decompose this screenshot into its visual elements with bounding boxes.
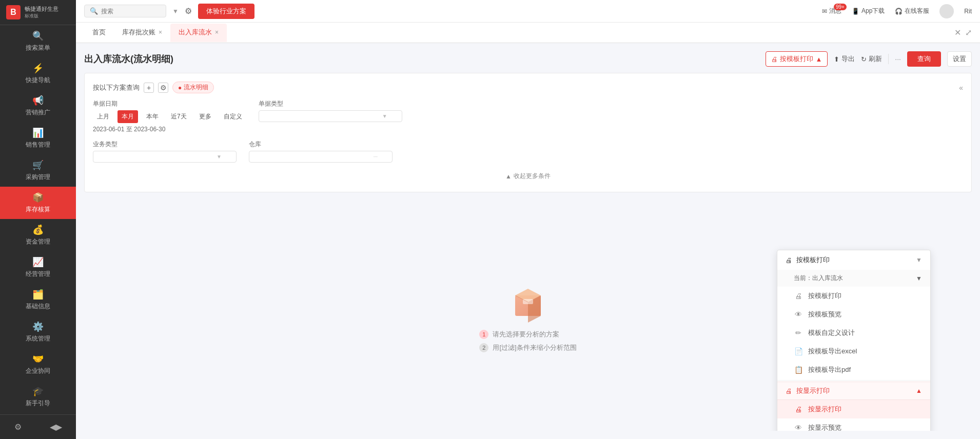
template-print-section-header[interactable]: 🖨 按模板打印 ▼	[777, 250, 930, 270]
sidebar-item-sales[interactable]: 📊 销售管理	[0, 122, 76, 154]
date-filter-field: 单据日期 上月 本月 本年 近7天 更多 自定义 2023-06-01 至 20…	[93, 99, 246, 134]
filter-tag-label: 流水明细	[184, 83, 208, 92]
tab-close-batch[interactable]: ×	[159, 29, 162, 36]
refresh-button[interactable]: ↻ 刷新	[861, 54, 882, 64]
filter-active-tag[interactable]: ● 流水明细	[172, 82, 214, 93]
date-filter-group: 上月 本月 本年 近7天 更多 自定义	[93, 110, 246, 123]
sidebar-item-operations[interactable]: 📈 经营管理	[0, 251, 76, 284]
sidebar-icon-system: ⚙️	[32, 321, 44, 332]
tab-close-window-icon[interactable]: ✕	[954, 28, 961, 37]
warehouse-filter-field: 仓库 ···	[249, 140, 393, 163]
tab-expand-icon[interactable]: ⤢	[965, 28, 972, 37]
dropdown-item-template-excel[interactable]: 📄 按模板导出excel	[777, 342, 930, 361]
sidebar-item-finance[interactable]: 💰 资金管理	[0, 219, 76, 251]
date-btn-this-year[interactable]: 本年	[142, 110, 163, 123]
more-options-icon[interactable]: ···	[895, 55, 901, 63]
section2-toggle-icon[interactable]: ▲	[916, 387, 922, 394]
empty-step-1-text: 请先选择要分析的方案	[493, 330, 559, 339]
current-indicator: 当前：出入库流水 ▼	[777, 270, 930, 287]
tab-flow[interactable]: 出入库流水×	[170, 24, 227, 42]
sidebar-icon-quicknav: ⚡	[32, 63, 44, 74]
warehouse-select[interactable]: ···	[249, 151, 393, 163]
topbar-chevron-icon[interactable]: ▼	[172, 8, 179, 15]
doc-type-chevron-icon: ▼	[382, 113, 387, 119]
user-avatar[interactable]	[939, 4, 954, 18]
print-section-icon: 🖨	[786, 256, 792, 264]
sidebar-item-purchase[interactable]: 🛒 采购管理	[0, 154, 76, 187]
topbar-app-label: App下载	[861, 7, 885, 15]
biz-type-label: 业务类型	[93, 140, 237, 149]
template-print-button[interactable]: 🖨 按模板打印 ▲	[766, 51, 828, 67]
content-area: 1 请先选择要分析的方案 2 用[过滤]条件来缩小分析范围	[84, 198, 972, 431]
date-btn-this-month[interactable]: 本月	[117, 110, 138, 123]
sidebar-item-guide[interactable]: 🎓 新手引导	[0, 381, 76, 413]
page-action-bar: 🖨 按模板打印 ▲ ⬆ 导出 ↻ 刷新 ···	[766, 51, 972, 67]
tab-home[interactable]: 首页	[84, 24, 114, 42]
tab-close-flow[interactable]: ×	[215, 29, 219, 36]
topbar-username[interactable]: Rit	[964, 8, 972, 15]
filter-add-button[interactable]: +	[144, 83, 154, 93]
filter-collapse-label: 收起更多条件	[514, 172, 551, 181]
topbar-app-download[interactable]: 📱 App下载	[852, 7, 885, 15]
settings-button[interactable]: 设置	[947, 51, 972, 67]
sidebar-icon-purchase: 🛒	[32, 159, 44, 171]
trial-button[interactable]: 体验行业方案	[198, 4, 254, 19]
tab-label-flow: 出入库流水	[179, 28, 212, 37]
template-excel-item-label: 按模板导出excel	[808, 347, 857, 356]
template-print-label: 按模板打印	[780, 54, 813, 64]
empty-step-1: 1 请先选择要分析的方案	[479, 330, 576, 339]
date-btn-last-month[interactable]: 上月	[93, 110, 113, 123]
display-section-icon: 🖨	[786, 387, 792, 395]
sidebar-icon-inventory: 📦	[32, 192, 44, 203]
sidebar-item-inventory[interactable]: 📦 库存核算	[0, 187, 76, 219]
date-btn-custom[interactable]: 自定义	[220, 110, 246, 123]
empty-state-icon	[505, 277, 551, 324]
sidebar-logo: B 畅捷通好生意 标准版	[0, 0, 76, 25]
dropdown-item-template-pdf[interactable]: 📋 按模板导出pdf	[777, 361, 930, 379]
sidebar-collapse-icon[interactable]: ◀▶	[48, 420, 64, 434]
sidebar-item-basic[interactable]: 🗂️ 基础信息	[0, 284, 76, 316]
dropdown-item-display-print[interactable]: 🖨 按显示打印	[777, 400, 930, 418]
warehouse-chevron-icon: ···	[374, 154, 378, 159]
tab-batch[interactable]: 库存批次账×	[114, 24, 170, 42]
display-print-section-header[interactable]: 🖨 按显示打印 ▲	[777, 382, 930, 400]
dropdown-item-template-print[interactable]: 🖨 按模板打印	[777, 287, 930, 305]
doc-type-filter-field: 单据类型 ▼	[259, 99, 402, 122]
template-preview-item-label: 按模板预览	[808, 310, 841, 319]
topbar-gear-icon[interactable]: ⚙	[185, 6, 192, 16]
sidebar-label-collab: 企业协同	[26, 367, 50, 375]
sidebar-item-search[interactable]: 🔍 搜索菜单	[0, 25, 76, 57]
search-input[interactable]	[101, 8, 152, 15]
section1-chevron-icon: ▼	[916, 256, 922, 264]
empty-step-2: 2 用[过滤]条件来缩小分析范围	[479, 343, 576, 352]
service-icon: 🎧	[895, 8, 903, 15]
sidebar-item-quicknav[interactable]: ⚡ 快捷导航	[0, 57, 76, 90]
doc-type-select[interactable]: ▼	[259, 110, 402, 122]
sidebar-item-system[interactable]: ⚙️ 系统管理	[0, 316, 76, 348]
app-download-icon: 📱	[852, 8, 859, 15]
topbar-online-service[interactable]: 🎧 在线客服	[895, 7, 929, 15]
display-print-section-label-group: 🖨 按显示打印	[786, 386, 830, 395]
query-button[interactable]: 查询	[907, 51, 941, 67]
sidebar-item-marketing[interactable]: 📢 营销推广	[0, 90, 76, 122]
sidebar-settings-icon[interactable]: ⚙	[12, 420, 24, 434]
export-button[interactable]: ⬆ 导出	[834, 54, 855, 64]
dropdown-item-template-preview[interactable]: 👁 按模板预览	[777, 305, 930, 324]
filter-settings-button[interactable]: ⚙	[158, 83, 168, 93]
topbar-search-box[interactable]: 🔍	[84, 5, 166, 17]
sidebar-label-marketing: 营销推广	[26, 108, 50, 117]
sidebar-label-purchase: 采购管理	[26, 173, 50, 182]
topbar-messages[interactable]: ✉ 消息 99+	[822, 7, 841, 15]
sidebar-item-collab[interactable]: 🤝 企业协同	[0, 348, 76, 381]
dropdown-item-template-custom[interactable]: ✏ 模板自定义设计	[777, 324, 930, 342]
biz-type-select[interactable]: ▼	[93, 151, 237, 163]
template-preview-item-icon: 👁	[794, 310, 803, 318]
sidebar-icon-search: 🔍	[32, 30, 44, 42]
filter-header-collapse-icon[interactable]: «	[959, 84, 963, 92]
date-btn-last-7days[interactable]: 近7天	[167, 110, 191, 123]
display-preview-item-label: 按显示预览	[808, 423, 841, 431]
dropdown-item-display-preview[interactable]: 👁 按显示预览	[777, 418, 930, 431]
filter-collapse-button[interactable]: ▲ 收起更多条件	[93, 169, 963, 184]
export-label: 导出	[841, 54, 855, 64]
date-btn-more[interactable]: 更多	[195, 110, 215, 123]
